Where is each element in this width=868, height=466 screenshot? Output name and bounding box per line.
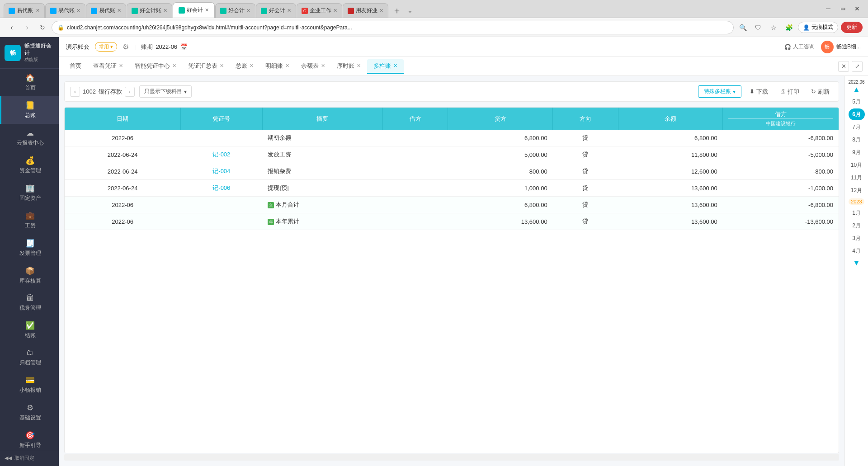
update-button[interactable]: 更新: [841, 22, 863, 33]
timeline-month-jan[interactable]: 1月: [849, 207, 865, 219]
multi-col-button[interactable]: 特殊多栏账 ▾: [698, 85, 741, 98]
tab-close-smart[interactable]: ✕: [172, 63, 176, 69]
browser-tab-4[interactable]: 好会计账 ✕: [127, 3, 172, 18]
timeline-year-2023[interactable]: 2023: [849, 198, 864, 205]
tab-close-1[interactable]: ✕: [36, 8, 40, 14]
account-next-button[interactable]: ›: [125, 87, 135, 97]
print-button[interactable]: 🖨 打印: [776, 86, 803, 98]
consult-button[interactable]: 🎧 人工咨询: [784, 43, 815, 51]
tab-close-5[interactable]: ✕: [205, 7, 209, 13]
tab-smart-voucher[interactable]: 智能凭证中心 ✕: [129, 59, 182, 74]
profile-button[interactable]: 👤 无痕模式: [798, 22, 838, 33]
tab-detail-ledger[interactable]: 明细账 ✕: [260, 59, 295, 74]
maximize-button[interactable]: ▭: [835, 1, 850, 16]
forward-button[interactable]: ›: [21, 21, 33, 34]
filter-button[interactable]: 只显示下级科目 ▾: [139, 85, 192, 98]
tab-close-2[interactable]: ✕: [76, 8, 80, 14]
tab-home[interactable]: 首页: [64, 59, 87, 74]
search-icon[interactable]: 🔍: [736, 21, 749, 34]
tab-close-voucher[interactable]: ✕: [119, 63, 123, 69]
tab-general-ledger[interactable]: 总账 ✕: [230, 59, 259, 74]
star-icon[interactable]: ☆: [767, 21, 780, 34]
gear-settings-icon[interactable]: ⚙: [123, 42, 129, 51]
back-button[interactable]: ‹: [5, 21, 18, 34]
cell-balance: 11,800.00: [618, 146, 723, 163]
main-content: 演示账套 常用 ▾ ⚙ | 账期 2022-06 📅 🎧 人工咨询 畅 畅通B细…: [59, 37, 868, 466]
tab-close-8[interactable]: ✕: [333, 8, 337, 14]
timeline-month-dec[interactable]: 12月: [848, 184, 865, 196]
browser-tab-8[interactable]: C 企业工作 ✕: [297, 3, 342, 18]
tab-close-summary[interactable]: ✕: [220, 63, 224, 69]
sidebar-item-home[interactable]: 🏠 首页: [0, 69, 59, 96]
tab-balance[interactable]: 余额表 ✕: [296, 59, 330, 74]
sidebar-item-close[interactable]: ✅ 结账: [0, 316, 59, 344]
close-window-button[interactable]: ✕: [850, 1, 864, 16]
sidebar-item-settings[interactable]: ⚙ 基础设置: [0, 399, 59, 426]
timeline-month-oct[interactable]: 10月: [848, 159, 865, 171]
demo-tag[interactable]: 常用 ▾: [95, 42, 117, 52]
horizontal-scrollbar[interactable]: [64, 454, 839, 461]
cell-voucher[interactable]: 记-002: [180, 146, 262, 163]
tab-close-sequence[interactable]: ✕: [357, 63, 361, 69]
account-prev-button[interactable]: ‹: [70, 87, 80, 97]
browser-tab-9[interactable]: 用友好业 ✕: [343, 3, 388, 18]
cell-voucher[interactable]: 记-004: [180, 163, 262, 180]
tab-voucher[interactable]: 查看凭证 ✕: [88, 59, 128, 74]
timeline-month-aug[interactable]: 8月: [849, 134, 865, 146]
tab-close-7[interactable]: ✕: [287, 8, 291, 14]
sidebar-item-guide[interactable]: 🎯 新手引导: [0, 426, 59, 450]
tab-close-4[interactable]: ✕: [163, 8, 167, 14]
tab-multi-col[interactable]: 多栏账 ✕: [367, 59, 404, 74]
sidebar-item-ledger[interactable]: 📒 总账: [0, 96, 59, 124]
tab-close-balance[interactable]: ✕: [321, 63, 325, 69]
shield-icon[interactable]: 🛡: [752, 21, 764, 34]
timeline-down-button[interactable]: ▼: [853, 259, 860, 267]
browser-tab-6[interactable]: 好会计 ✕: [215, 3, 255, 18]
cell-voucher[interactable]: 记-006: [180, 180, 262, 197]
calendar-icon[interactable]: 📅: [180, 43, 188, 51]
cell-balance: 6,800.00: [618, 130, 723, 146]
tab-voucher-summary[interactable]: 凭证汇总表 ✕: [183, 59, 229, 74]
tab-close-6[interactable]: ✕: [246, 8, 250, 14]
tab-close-9[interactable]: ✕: [379, 8, 383, 14]
sidebar-item-assets[interactable]: 🏢 固定资产: [0, 179, 59, 207]
minimize-button[interactable]: ─: [821, 1, 835, 16]
tab-sequence[interactable]: 序时账 ✕: [331, 59, 366, 74]
tab-close-gl[interactable]: ✕: [250, 63, 254, 69]
download-button[interactable]: ⬇ 下载: [746, 86, 772, 98]
timeline-month-sep[interactable]: 9月: [849, 146, 865, 158]
refresh-nav-button[interactable]: ↻: [36, 21, 49, 34]
sidebar-item-archive[interactable]: 🗂 归档管理: [0, 344, 59, 371]
browser-tab-2[interactable]: 易代账 ✕: [45, 3, 85, 18]
browser-tab-5[interactable]: 好会计 ✕: [173, 2, 215, 18]
panel-expand-button[interactable]: ⤢: [852, 61, 863, 72]
timeline-month-jun[interactable]: 6月: [849, 108, 865, 120]
sidebar-item-cloud[interactable]: ☁ 云报表中心: [0, 124, 59, 151]
sidebar-item-expense[interactable]: 💳 小畅报销: [0, 371, 59, 399]
timeline-month-feb[interactable]: 2月: [849, 220, 865, 231]
sidebar-item-funds[interactable]: 💰 资金管理: [0, 151, 59, 179]
timeline-up-button[interactable]: ▲: [853, 85, 860, 94]
timeline-month-jul[interactable]: 7月: [849, 121, 865, 133]
timeline-month-nov[interactable]: 11月: [848, 172, 865, 184]
tab-close-3[interactable]: ✕: [117, 8, 121, 14]
refresh-button[interactable]: ↻ 刷新: [807, 86, 833, 98]
tab-add-button[interactable]: ＋: [389, 3, 405, 18]
panel-collapse-button[interactable]: ✕: [838, 61, 849, 72]
tab-close-multi[interactable]: ✕: [393, 63, 397, 69]
timeline-month-apr[interactable]: 4月: [849, 245, 865, 257]
timeline-month-mar[interactable]: 3月: [849, 232, 865, 244]
sidebar-item-invoice[interactable]: 🧾 发票管理: [0, 234, 59, 262]
extension-icon[interactable]: 🧩: [783, 21, 795, 34]
tab-menu-button[interactable]: ⌄: [406, 3, 415, 18]
sidebar-item-tax[interactable]: 🏛 税务管理: [0, 289, 59, 316]
sidebar-item-inventory[interactable]: 📦 库存核算: [0, 262, 59, 289]
timeline-month-may[interactable]: 5月: [849, 96, 865, 108]
url-bar[interactable]: 🔒 cloud2.chanjet.com/accounting/uh26t264…: [52, 21, 734, 34]
tab-close-dl[interactable]: ✕: [285, 63, 289, 69]
browser-tab-1[interactable]: 易代账 ✕: [4, 3, 45, 18]
browser-tab-7[interactable]: 好会计 ✕: [256, 3, 296, 18]
sidebar-item-salary[interactable]: 💼 工资: [0, 207, 59, 234]
sidebar-footer[interactable]: ◀◀ 取消固定: [0, 450, 59, 466]
browser-tab-3[interactable]: 易代账 ✕: [86, 3, 126, 18]
